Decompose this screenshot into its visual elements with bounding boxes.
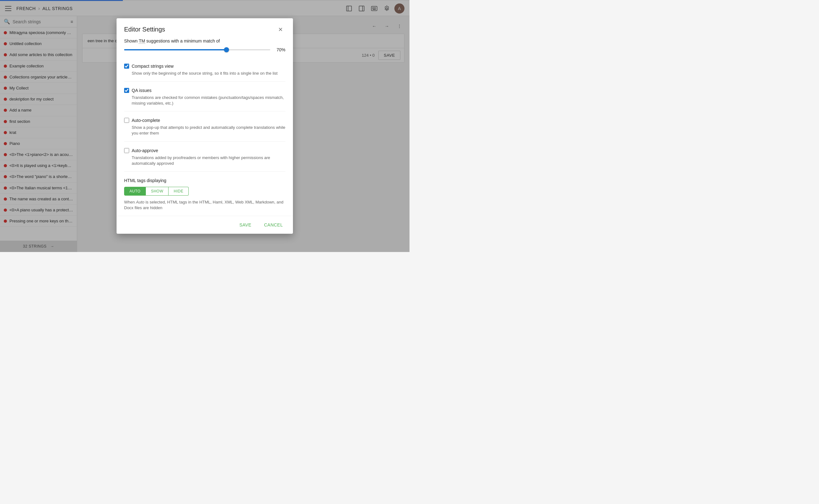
close-button[interactable]: ✕ — [275, 25, 285, 35]
dialog-save-button[interactable]: SAVE — [234, 220, 256, 230]
autocomplete-section: Auto-complete Show a pop-up that attempt… — [124, 113, 285, 141]
qa-issues-checkbox[interactable] — [124, 88, 129, 93]
autocomplete-label: Auto-complete — [132, 118, 160, 123]
autoapprove-row: Auto-approve — [124, 148, 285, 153]
qa-issues-desc: Translations are checked for common mist… — [124, 95, 285, 106]
slider-thumb[interactable] — [224, 47, 229, 52]
autoapprove-label: Auto-approve — [132, 148, 158, 153]
qa-issues-label: QA issues — [132, 88, 152, 93]
tag-btn-auto[interactable]: AUTO — [124, 187, 146, 196]
autoapprove-section: Auto-approve Translations added by proof… — [124, 143, 285, 172]
autocomplete-desc: Show a pop-up that attempts to predict a… — [124, 125, 285, 136]
dialog-title: Editor Settings — [124, 26, 165, 33]
html-tags-title: HTML tags displaying — [124, 178, 285, 183]
qa-issues-row: QA issues — [124, 88, 285, 93]
qa-issues-section: QA issues Translations are checked for c… — [124, 83, 285, 112]
dialog-header: Editor Settings ✕ — [117, 18, 293, 38]
html-tags-desc: When Auto is selected, HTML tags in the … — [124, 199, 285, 211]
autocomplete-row: Auto-complete — [124, 118, 285, 123]
dialog-body: Shown TM suggestions with a minimum matc… — [117, 38, 293, 216]
slider-row: 70% — [124, 47, 285, 52]
dialog-cancel-button[interactable]: CANCEL — [259, 220, 288, 230]
html-tags-section: HTML tags displaying AUTO SHOW HIDE When… — [124, 173, 285, 216]
slider-value: 70% — [274, 47, 285, 52]
autoapprove-checkbox[interactable] — [124, 148, 129, 153]
autoapprove-desc: Translations added by proofreaders or me… — [124, 155, 285, 166]
compact-view-desc: Show only the beginning of the source st… — [124, 71, 285, 76]
compact-view-checkbox[interactable] — [124, 64, 129, 69]
autocomplete-checkbox[interactable] — [124, 118, 129, 123]
tag-btn-hide[interactable]: HIDE — [169, 187, 189, 196]
overlay[interactable]: Editor Settings ✕ Shown TM suggestions w… — [0, 0, 409, 252]
slider-label: Shown TM suggestions with a minimum matc… — [124, 38, 285, 43]
dialog-footer: SAVE CANCEL — [117, 216, 293, 234]
compact-view-row: Compact strings view — [124, 64, 285, 69]
tag-btn-show[interactable]: SHOW — [146, 187, 169, 196]
slider-fill — [124, 49, 226, 50]
tag-buttons: AUTO SHOW HIDE — [124, 187, 285, 196]
slider-track[interactable] — [124, 49, 270, 50]
compact-view-section: Compact strings view Show only the begin… — [124, 59, 285, 82]
slider-section: Shown TM suggestions with a minimum matc… — [124, 38, 285, 52]
compact-view-label: Compact strings view — [132, 64, 174, 69]
editor-settings-dialog: Editor Settings ✕ Shown TM suggestions w… — [117, 18, 293, 234]
